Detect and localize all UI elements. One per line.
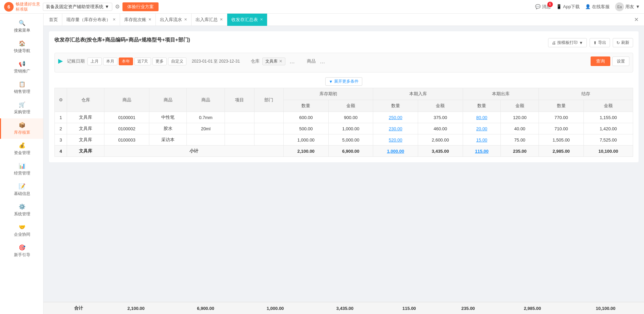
date-btn-last-month[interactable]: 上月	[87, 57, 102, 65]
opening-qty-header: 数量	[283, 100, 328, 112]
total-in-amt: 3,435.00	[310, 303, 380, 313]
goods-more-button[interactable]: ...	[318, 58, 326, 65]
sidebar-item-enterprise[interactable]: 🤝 企业协同	[0, 220, 43, 241]
sidebar-item-quicknav[interactable]: 🏠 快捷导航	[0, 37, 43, 57]
date-btn-7days[interactable]: 近7天	[134, 57, 151, 65]
subtotal-no: 4	[55, 146, 67, 157]
row-out-qty[interactable]: 80.00	[463, 112, 501, 123]
sidebar-item-search[interactable]: 🔍 搜索菜单	[0, 16, 43, 37]
sidebar-item-label: 系统管理	[14, 211, 30, 217]
operations-icon: 📊	[19, 163, 26, 169]
total-close-qty: 2,985.00	[498, 303, 567, 313]
row-opening-amt: 1,000.00	[328, 123, 373, 134]
tab-inventory-dist[interactable]: 现存量（库存分布表） ✕	[62, 14, 120, 26]
warehouse-tag-close[interactable]: ✕	[279, 59, 282, 64]
row-close-amt: 7,525.00	[583, 134, 633, 146]
row-in-amt: 375.00	[418, 112, 463, 123]
subtotal-opening-qty: 2,100.00	[283, 146, 328, 157]
system-selector[interactable]: 装备及固定资产辅助管理系统 ▼	[43, 3, 112, 11]
message-button[interactable]: 💬 消息 6	[535, 4, 551, 10]
tab-label: 出入库流水	[160, 17, 182, 23]
date-btn-custom[interactable]: 自定义	[168, 57, 186, 65]
tab-close-icon[interactable]: ✕	[148, 17, 151, 22]
sidebar-item-label: 采购管理	[14, 109, 30, 115]
chevron-down-icon: ▼	[579, 40, 583, 45]
subtotal-label: 小计	[104, 146, 284, 157]
tab-home[interactable]: 首页	[45, 14, 62, 26]
tab-bar-close-button[interactable]: ✕	[630, 16, 643, 23]
row-close-amt: 1,420.00	[583, 123, 633, 134]
tab-label: 现存量（库存分布表）	[66, 17, 111, 23]
sidebar-item-purchase[interactable]: 🛒 采购管理	[0, 98, 43, 118]
online-service-button[interactable]: 👤 在线客服	[585, 4, 610, 10]
out-qty-header: 数量	[463, 100, 501, 112]
printer-icon: 🖨	[552, 40, 556, 45]
settings-column-header: ⚙	[55, 88, 67, 112]
tab-close-icon[interactable]: ✕	[220, 17, 223, 22]
row-in-qty[interactable]: 230.00	[373, 123, 418, 134]
home-icon: 🏠	[19, 40, 26, 47]
user-menu[interactable]: Ea 用友 ▼	[615, 2, 640, 11]
close-qty-header: 数量	[539, 100, 584, 112]
row-opening-qty: 500.00	[283, 123, 328, 134]
export-button[interactable]: ⬆ 导出	[590, 38, 610, 47]
tab-close-icon[interactable]: ✕	[260, 17, 263, 22]
tab-stock-summary[interactable]: 收发存汇总表 ✕	[227, 14, 267, 26]
sidebar-item-system[interactable]: ⚙️ 系统管理	[0, 200, 43, 220]
in-group-header: 本期入库	[373, 88, 463, 100]
sidebar-item-basic[interactable]: 📝 基础信息	[0, 180, 43, 200]
close-group-header: 结存	[539, 88, 633, 100]
row-out-qty[interactable]: 20.00	[463, 123, 501, 134]
expand-conditions-button[interactable]: ▼ 展开更多条件	[325, 77, 363, 86]
row-no: 1	[55, 112, 67, 123]
logo-icon: 6	[4, 2, 14, 12]
row-in-qty[interactable]: 250.00	[373, 112, 418, 123]
tab-label: 出入库汇总	[196, 17, 218, 23]
warehouse-more-button[interactable]: ...	[288, 58, 296, 65]
total-out-qty: 115.00	[380, 303, 439, 313]
query-button[interactable]: 查询	[591, 56, 610, 66]
date-btn-this-month[interactable]: 本月	[103, 57, 117, 65]
basic-icon: 📝	[19, 183, 26, 189]
system-icon: ⚙️	[19, 203, 26, 210]
date-label: 记账日期	[67, 58, 85, 64]
goods-name-column-header: 商品	[149, 88, 187, 112]
warehouse-filter-section: 仓库 文具库 ✕ ...	[251, 57, 296, 65]
total-close-amt: 10,100.00	[567, 303, 644, 313]
filter-expand-icon[interactable]: ▶	[58, 57, 63, 65]
total-label: 合计	[56, 303, 101, 313]
sidebar-item-guide[interactable]: 🎯 新手引导	[0, 241, 43, 261]
row-project	[225, 112, 254, 123]
gear-icon[interactable]: ⚙	[115, 3, 120, 10]
tab-inout-flow[interactable]: 出入库流水 ✕	[156, 14, 192, 26]
sidebar-item-finance[interactable]: 💰 资金管理	[0, 139, 43, 159]
sidebar-item-operations[interactable]: 📊 经营管理	[0, 159, 43, 180]
tab-batch[interactable]: 库存批次账 ✕	[120, 14, 156, 26]
refresh-button[interactable]: ↻ 刷新	[613, 38, 633, 47]
tab-close-icon[interactable]: ✕	[113, 17, 116, 22]
table-settings-icon[interactable]: ⚙	[59, 97, 63, 102]
row-in-amt: 460.00	[418, 123, 463, 134]
row-goods-code: 0100002	[104, 123, 149, 134]
sidebar-item-label: 基础信息	[14, 191, 30, 197]
sidebar-item-inventory[interactable]: 📦 库存核算	[0, 118, 43, 139]
tab-inout-summary[interactable]: 出入库汇总 ✕	[192, 14, 227, 26]
row-in-qty[interactable]: 520.00	[373, 134, 418, 146]
sidebar-item-sales[interactable]: 📋 销售管理	[0, 78, 43, 98]
goods-code-column-header: 商品	[104, 88, 149, 112]
in-amt-header: 金额	[418, 100, 463, 112]
trial-button[interactable]: 体验行业方案	[122, 2, 159, 11]
print-button[interactable]: 🖨 按模板打印 ▼	[548, 38, 587, 47]
opening-amt-header: 金额	[328, 100, 373, 112]
app-download-button[interactable]: 📱 App下载	[556, 4, 580, 10]
row-out-qty[interactable]: 15.00	[463, 134, 501, 146]
tab-label: 首页	[49, 17, 58, 23]
settings-button[interactable]: 设置	[612, 56, 629, 66]
date-btn-this-year[interactable]: 本年	[119, 57, 133, 65]
subtotal-out-qty[interactable]: 115.00	[463, 146, 501, 157]
tab-close-icon[interactable]: ✕	[184, 17, 187, 22]
sidebar-item-marketing[interactable]: 📢 营销推广	[0, 57, 43, 78]
date-btn-more[interactable]: 更多	[152, 57, 167, 65]
out-group-header: 本期出库	[463, 88, 539, 100]
subtotal-in-qty[interactable]: 1,000.00	[373, 146, 418, 157]
